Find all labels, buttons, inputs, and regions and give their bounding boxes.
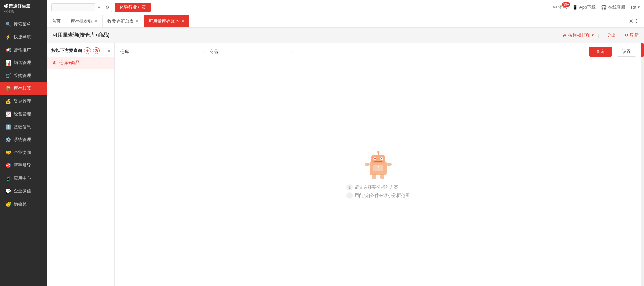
tab-available-inventory[interactable]: 可用量库存账本 ✕ (144, 15, 189, 27)
basicinfo-icon: ℹ️ (5, 124, 11, 130)
scheme-item-warehouse-product[interactable]: ⊕ 仓库+商品 (47, 57, 114, 69)
export-btn[interactable]: ↑ 导出 (603, 32, 616, 38)
sidebar-item-purchase[interactable]: 🛒 采购管理 (0, 69, 47, 82)
sidebar-item-label: 新手引导 (14, 162, 31, 168)
product-more-btn[interactable]: ··· (290, 49, 293, 54)
app-download-link[interactable]: 📱 App下载 (572, 4, 596, 10)
svg-text:?: ? (377, 166, 379, 171)
tab-inventory-batch[interactable]: 库存批次账 ✕ (66, 15, 103, 27)
product-filter-group: 商品 ··· (209, 48, 293, 55)
product-filter-input[interactable] (220, 48, 288, 55)
sidebar-item-inventory[interactable]: 📦 库存核算 (0, 82, 47, 95)
sidebar-item-appcenter[interactable]: 📱 应用中心 (0, 172, 47, 185)
warehouse-more-btn[interactable]: ··· (201, 49, 204, 54)
sidebar-logo: 畅康通好生意 标准版 (0, 0, 47, 18)
product-filter-label: 商品 (209, 49, 218, 55)
sidebar-item-cooperation[interactable]: 🤝 企业协同 (0, 146, 47, 159)
marketing-icon: 📢 (5, 47, 11, 53)
page-title: 可用量查询(按仓库+商品) (53, 32, 563, 38)
empty-state-illustration: ? (361, 148, 395, 182)
trial-industry-btn[interactable]: 体验行业方案 (115, 3, 151, 12)
app-name: 畅康通好生意 (4, 3, 43, 9)
sidebar-item-label: 系统管理 (14, 137, 31, 143)
topbar-search-input[interactable] (51, 3, 95, 11)
mobile-icon: 📱 (572, 5, 578, 10)
topbar-dropdown-btn[interactable]: ▾ (98, 5, 100, 10)
sidebar-item-sales[interactable]: 📊 销售管理 (0, 56, 47, 69)
collapse-panel-btn[interactable]: « (108, 48, 110, 53)
scheme-settings-btn[interactable]: ⊙ (93, 47, 100, 54)
sidebar-item-newbie[interactable]: 🎯 新手引导 (0, 159, 47, 172)
content-area: 按以下方案查询 + ⊙ « ⊕ 仓库+商品 仓库 ··· (47, 43, 644, 286)
tab-inventory-batch-close[interactable]: ✕ (95, 19, 98, 23)
sidebar-item-search[interactable]: 🔍 搜索菜单 (0, 18, 47, 31)
left-panel-header: 按以下方案查询 + ⊙ « (47, 47, 114, 57)
right-scrollbar[interactable] (641, 43, 644, 286)
tab-close-btn[interactable]: ✕ (629, 18, 633, 24)
tab-available-inventory-close[interactable]: ✕ (181, 19, 184, 23)
user-area[interactable]: Rit ▾ (631, 5, 640, 10)
finance-icon: 💰 (5, 99, 11, 104)
query-button[interactable]: 查询 (589, 47, 612, 57)
tab-available-inventory-label: 可用量库存账本 (149, 18, 179, 24)
tab-inventory-batch-label: 库存批次账 (71, 18, 93, 24)
user-name: Rit (631, 5, 636, 10)
sidebar-item-system[interactable]: ⚙️ 系统管理 (0, 133, 47, 146)
sidebar-item-marketing[interactable]: 📢 营销推广 (0, 44, 47, 56)
message-badge: 99+ (562, 2, 570, 7)
tab-bar: 首页 库存批次账 ✕ 收发存汇总表 ✕ 可用量库存账本 ✕ ✕ ⛶ (47, 15, 644, 28)
hint-num-1: 1 (346, 184, 353, 190)
warehouse-filter-input[interactable] (131, 48, 199, 55)
online-service-link[interactable]: 🎧 在线客服 (601, 4, 625, 10)
sidebar-item-basicinfo[interactable]: ℹ️ 基础信息 (0, 121, 47, 133)
sidebar-item-wechat[interactable]: 💬 企业微信 (0, 185, 47, 198)
print-dropdown-icon: ▾ (592, 33, 594, 38)
message-icon: ✉ (553, 5, 557, 10)
tab-receive-summary-label: 收发存汇总表 (107, 18, 134, 24)
sidebar: 畅康通好生意 标准版 🔍 搜索菜单 ⚡ 快捷导航 📢 营销推广 📊 销售管理 🛒… (0, 0, 47, 286)
settings-circle-icon: ⊙ (94, 48, 98, 53)
right-panel: 仓库 ··· 商品 ··· 查询 设置 (115, 43, 641, 286)
operations-icon: 📈 (5, 111, 11, 117)
svg-rect-12 (380, 174, 384, 179)
hint-item-1: 1 请先选择要分析的方案 (346, 184, 410, 190)
sidebar-item-finance[interactable]: 💰 资金管理 (0, 95, 47, 108)
scheme-item-label: 仓库+商品 (59, 60, 80, 66)
purchase-icon: 🛒 (5, 73, 11, 78)
message-btn[interactable]: ✉ 消息 99+ (553, 4, 567, 10)
svg-point-4 (374, 158, 376, 159)
tab-expand-btn[interactable]: ⛶ (636, 18, 641, 24)
cooperation-icon: 🤝 (5, 150, 11, 155)
hint-item-2: 2 用[过滤]条件来缩小分析范围 (346, 192, 410, 199)
filter-settings-button[interactable]: 设置 (617, 47, 636, 57)
empty-state: ? 1 请先选择要分析的方案 2 用[过滤]条件来缩小分析范围 (115, 60, 641, 286)
member-icon: 👑 (5, 201, 11, 207)
search-icon: 🔍 (5, 22, 11, 27)
newbie-icon: 🎯 (5, 163, 11, 168)
page-header: 可用量查询(按仓库+商品) 🖨 按模板打印 ▾ | ↑ 导出 | ↻ 刷新 (47, 28, 644, 43)
add-scheme-btn[interactable]: + (84, 47, 91, 54)
export-icon: ↑ (603, 33, 606, 38)
sidebar-item-member[interactable]: 👑 畅会员 (0, 198, 47, 210)
warehouse-filter-label: 仓库 (120, 49, 129, 55)
topbar-gear-btn[interactable]: ⚙ (103, 3, 112, 12)
empty-state-hints: 1 请先选择要分析的方案 2 用[过滤]条件来缩小分析范围 (346, 184, 410, 199)
sidebar-item-label: 资金管理 (14, 98, 31, 104)
sidebar-item-operations[interactable]: 📈 经营管理 (0, 108, 47, 121)
scrollbar-thumb[interactable] (641, 43, 644, 57)
sidebar-item-label: 快捷导航 (14, 34, 31, 40)
tab-home-label: 首页 (52, 18, 61, 24)
print-btn[interactable]: 🖨 按模板打印 ▾ (563, 32, 594, 38)
tab-receive-summary-close[interactable]: ✕ (136, 19, 139, 23)
hint-text-2: 用[过滤]条件来缩小分析范围 (355, 192, 410, 199)
sidebar-item-label: 库存核算 (14, 85, 31, 92)
sidebar-item-label: 基础信息 (14, 124, 31, 130)
tab-receive-summary[interactable]: 收发存汇总表 ✕ (103, 15, 144, 27)
sidebar-item-label: 销售管理 (14, 60, 31, 66)
refresh-btn[interactable]: ↻ 刷新 (625, 32, 639, 38)
sidebar-item-quicknav[interactable]: ⚡ 快捷导航 (0, 31, 47, 44)
tab-home[interactable]: 首页 (47, 15, 66, 27)
filter-bar: 仓库 ··· 商品 ··· 查询 设置 (115, 43, 641, 60)
sidebar-item-label: 企业协同 (14, 150, 31, 156)
svg-rect-10 (387, 163, 392, 166)
